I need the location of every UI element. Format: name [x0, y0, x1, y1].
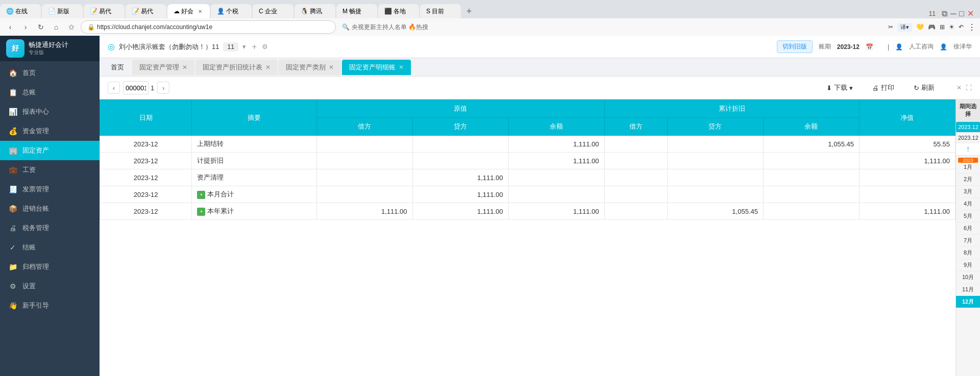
- browser-tab-t2[interactable]: 📄新版: [42, 4, 83, 18]
- nav-icon-inventory: 📦: [8, 204, 17, 213]
- sidebar-item-invoice-mgmt[interactable]: 🧾 发票管理: [0, 180, 100, 199]
- cell-orig-balance-3: [508, 186, 604, 203]
- sidebar-item-payroll[interactable]: 💼 工资: [0, 160, 100, 180]
- window-maximize-icon[interactable]: □: [959, 9, 964, 18]
- window-minimize-icon[interactable]: ─: [950, 9, 956, 18]
- cell-accum-debit-0: [604, 136, 667, 153]
- sidebar-item-home[interactable]: 🏠 首页: [0, 63, 100, 83]
- period-month-3[interactable]: 3月: [956, 186, 980, 198]
- sidebar-item-closing[interactable]: ✓ 结账: [0, 238, 100, 257]
- period-date-1[interactable]: 2023.12: [956, 133, 980, 143]
- table-row: 2023-12 计提折旧 1,111.00 1,111.00: [100, 153, 955, 169]
- period-scroll-up[interactable]: ↑: [956, 143, 980, 156]
- address-input[interactable]: 🔒 https://cloud.chanjet.com/accounting/u…: [81, 20, 336, 34]
- period-month-7[interactable]: 7月: [956, 235, 980, 247]
- human-service-icon[interactable]: 👤: [895, 43, 903, 51]
- page-tab-fixed-assets-cat[interactable]: 固定资产类别✕: [279, 60, 341, 75]
- page-tab-close-fixed-assets-ledger[interactable]: ✕: [399, 64, 404, 71]
- collapse-icon[interactable]: ✕: [957, 84, 962, 91]
- window-close-icon[interactable]: ✕: [967, 9, 974, 18]
- refresh-button[interactable]: ↻ 刷新: [908, 81, 940, 95]
- forward-button[interactable]: ›: [19, 21, 32, 33]
- add-account-button[interactable]: +: [252, 42, 257, 52]
- tab-close-t5[interactable]: ✕: [197, 8, 204, 15]
- sidebar-item-guide[interactable]: 👋 新手引导: [0, 296, 100, 315]
- browser-tab-t10[interactable]: ⬛各地: [378, 4, 419, 18]
- back-button[interactable]: ‹: [4, 21, 16, 33]
- col-accum-depr-group: 累计折旧: [604, 100, 859, 118]
- settings-dots-button[interactable]: ⚙: [262, 43, 268, 51]
- page-tab-close-fixed-assets-mgmt[interactable]: ✕: [182, 64, 187, 71]
- browser-tab-t1[interactable]: 🌐在线: [0, 4, 41, 18]
- switch-version-button[interactable]: 切到旧版: [777, 40, 813, 53]
- more-tool[interactable]: ⋮: [968, 22, 976, 32]
- cell-orig-credit-3: 1,111.00: [412, 186, 508, 203]
- browser-tab-t8[interactable]: 🐧腾讯: [295, 4, 335, 18]
- game-tool[interactable]: 🎮: [928, 23, 936, 31]
- period-month-11[interactable]: 11月: [956, 284, 980, 296]
- browser-tab-t3[interactable]: 📝易代: [84, 4, 125, 18]
- sidebar-item-tax-mgmt[interactable]: 🖨 税务管理: [0, 218, 100, 238]
- period-month-6[interactable]: 6月: [956, 222, 980, 235]
- page-number-input[interactable]: [123, 81, 149, 94]
- wallet-tool[interactable]: 💛: [916, 23, 924, 31]
- nav-icon-home: 🏠: [8, 68, 17, 78]
- browser-tab-t11[interactable]: S目前: [420, 4, 461, 18]
- period-month-10[interactable]: 10月: [956, 271, 980, 284]
- period-month-12[interactable]: 12月: [956, 296, 980, 308]
- browser-tab-t7[interactable]: C企业: [253, 4, 293, 18]
- period-date-0[interactable]: 2023.12: [956, 122, 980, 133]
- sidebar-item-archive-mgmt[interactable]: 📁 归档管理: [0, 257, 100, 277]
- page-tab-close-fixed-assets-cat[interactable]: ✕: [329, 64, 334, 71]
- bookmark-button[interactable]: ✩: [65, 21, 78, 33]
- window-restore-icon[interactable]: ⧉: [942, 9, 947, 18]
- scissors-tool[interactable]: ✂: [888, 23, 893, 31]
- browser-tab-t9[interactable]: M畅捷: [336, 4, 377, 18]
- sidebar-item-reports[interactable]: 📊 报表中心: [0, 102, 100, 121]
- prev-page-button[interactable]: ‹: [108, 82, 120, 94]
- human-service-text[interactable]: 人工咨询: [909, 42, 934, 51]
- print-button[interactable]: 🖨 打印: [867, 81, 900, 95]
- col-orig-balance: 余额: [508, 118, 604, 136]
- translate-tool[interactable]: 译▾: [897, 23, 912, 32]
- sidebar-item-fixed-assets[interactable]: 🏢 固定资产: [0, 141, 100, 160]
- browser-tab-t5[interactable]: ☁好会✕: [167, 4, 210, 18]
- browser-tab-t4[interactable]: 📝易代: [126, 4, 166, 18]
- user-avatar[interactable]: 👤: [940, 43, 947, 51]
- home-button[interactable]: ⌂: [50, 21, 62, 33]
- cell-net-value-0: 55.55: [859, 136, 955, 153]
- calendar-icon[interactable]: 📅: [866, 43, 873, 51]
- search-icon[interactable]: 🔍: [342, 23, 350, 31]
- browser-tab-bar: 🌐在线📄新版📝易代📝易代☁好会✕👤个税C企业🐧腾讯M畅捷⬛各地S目前 + 11 …: [0, 0, 980, 18]
- settings-tool[interactable]: ☀: [949, 23, 954, 31]
- browser-tab-t6[interactable]: 👤个税: [211, 4, 252, 18]
- period-month-5[interactable]: 5月: [956, 210, 980, 222]
- period-month-8[interactable]: 8月: [956, 247, 980, 259]
- new-tab-button[interactable]: +: [462, 4, 476, 18]
- sidebar-item-settings[interactable]: ⚙ 设置: [0, 277, 100, 296]
- page-tab-fixed-assets-depr[interactable]: 固定资产折旧统计表✕: [195, 60, 278, 75]
- cell-accum-balance-3: [763, 186, 859, 203]
- history-tool[interactable]: ↶: [959, 23, 964, 31]
- grid-tool[interactable]: ⊞: [940, 23, 945, 31]
- period-month-9[interactable]: 9月: [956, 259, 980, 271]
- reload-button[interactable]: ↻: [35, 21, 47, 33]
- window-controls: ✕ ⛶: [957, 84, 972, 91]
- page-tab-fixed-assets-ledger[interactable]: 固定资产明细账✕: [342, 60, 411, 75]
- page-tab-fixed-assets-mgmt[interactable]: 固定资产管理✕: [132, 60, 194, 75]
- logo-icon: 好: [6, 39, 24, 58]
- page-tab-home[interactable]: 首页: [104, 60, 131, 75]
- sidebar-item-inventory[interactable]: 📦 进销台账: [0, 199, 100, 218]
- sidebar-item-fund-mgmt[interactable]: 💰 资金管理: [0, 121, 100, 141]
- page-tab-close-fixed-assets-depr[interactable]: ✕: [265, 64, 271, 71]
- cell-net-value-2: [859, 169, 955, 186]
- dropdown-arrow[interactable]: ▾: [242, 43, 246, 51]
- period-month-2[interactable]: 2月: [956, 173, 980, 186]
- period-month-1[interactable]: 20231月: [956, 156, 980, 173]
- next-page-button[interactable]: ›: [157, 82, 169, 94]
- sidebar-item-general-ledger[interactable]: 📋 总账: [0, 83, 100, 102]
- nav-icon-tax-mgmt: 🖨: [8, 223, 17, 233]
- period-month-4[interactable]: 4月: [956, 198, 980, 210]
- download-button[interactable]: ⬇ 下载 ▾: [821, 81, 859, 95]
- expand-icon[interactable]: ⛶: [966, 84, 972, 91]
